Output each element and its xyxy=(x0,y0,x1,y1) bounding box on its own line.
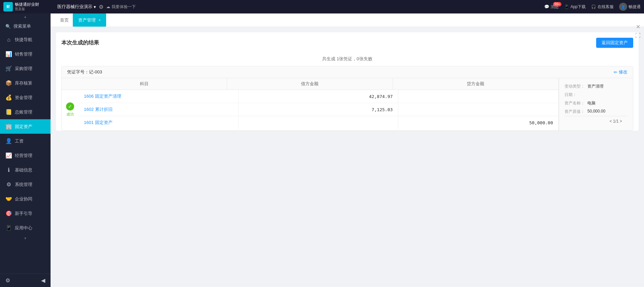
tab-close-icon[interactable]: × xyxy=(98,18,101,23)
pagination[interactable]: < 1/1 > xyxy=(564,116,627,126)
info-row-change-type: 变动类型： 资产清理 xyxy=(564,82,627,91)
result-panel: 本次生成的结果 返回固定资产 共生成 1张凭证，0张失败 凭证字号：记-003 … xyxy=(56,32,639,131)
sidebar-item-label: 快捷导航 xyxy=(15,37,32,43)
tab-active-label: 资产管理 xyxy=(78,17,96,23)
tab-asset-management[interactable]: 资产管理 × xyxy=(73,13,106,27)
purchase-icon: 🛒 xyxy=(5,65,12,72)
system-icon: ⚙ xyxy=(5,181,12,188)
table-row: 1606 固定资产清理 42,874.97 xyxy=(79,90,558,103)
expand-panel-button[interactable]: ⛶ xyxy=(635,32,641,39)
app-download-label: App下载 xyxy=(571,4,586,10)
avatar: 👤 xyxy=(619,3,627,11)
edit-label: 修改 xyxy=(619,69,627,75)
pagination-text: < 1/1 > xyxy=(610,119,622,124)
app-version: 普及版 xyxy=(15,7,39,11)
user-area[interactable]: 👤 畅捷通 xyxy=(619,3,641,11)
guide-icon: 🎯 xyxy=(5,210,12,217)
info-row-original-value: 资产原值： 50,000.00 xyxy=(564,107,627,116)
table-row: 1601 固定资产 50,000.00 xyxy=(79,116,558,129)
voucher-table: 科目 借方金额 贷方金额 ✓ 成功 xyxy=(62,78,559,130)
sidebar: ▲ 🔍 搜索菜单 ⌂ 快捷导航 📊 销售管理 🛒 采购管理 📦 库存核算 💰 资… xyxy=(0,13,51,287)
cell-credit-1 xyxy=(398,103,558,116)
original-value-value: 50,000.00 xyxy=(587,109,605,114)
enterprise-icon: 🤝 xyxy=(5,196,12,202)
building-icon: 🏢 xyxy=(5,123,12,130)
table-rows: 1606 固定资产清理 42,874.97 1602 累计折旧 7,125.03 xyxy=(79,90,558,129)
dropdown-icon: ▾ xyxy=(94,4,96,9)
sidebar-item-label: 系统管理 xyxy=(15,182,32,188)
ledger-icon: 📒 xyxy=(5,109,12,115)
sidebar-item-funds[interactable]: 💰 资金管理 xyxy=(0,90,51,105)
voucher-number: 凭证字号：记-003 xyxy=(67,69,102,75)
cell-subject-1[interactable]: 1602 累计折旧 xyxy=(79,103,239,116)
user-name: 畅捷通 xyxy=(628,4,641,10)
headset-icon: 🎧 xyxy=(591,4,596,9)
col-header-debit: 借方金额 xyxy=(227,78,393,90)
success-text: 成功 xyxy=(66,112,74,117)
salary-icon: 👤 xyxy=(5,138,12,144)
sidebar-item-enterprise[interactable]: 🤝 企业协同 xyxy=(0,192,51,206)
cell-credit-2: 50,000.00 xyxy=(398,116,558,129)
sidebar-item-operations[interactable]: 📈 经营管理 xyxy=(0,148,51,163)
panel-controls: ✕ ⛶ xyxy=(632,20,644,42)
header-right: 💬 消息 99+ 📱 App下载 🎧 在线客服 👤 畅捷通 xyxy=(544,3,641,11)
sidebar-item-salary[interactable]: 👤 工资 xyxy=(0,134,51,148)
edit-button[interactable]: ✏ 修改 xyxy=(614,69,627,75)
tab-home-label: 首页 xyxy=(60,17,69,23)
close-panel-button[interactable]: ✕ xyxy=(635,23,641,31)
col-header-subject: 科目 xyxy=(62,78,227,90)
message-button[interactable]: 💬 消息 99+ xyxy=(544,4,559,10)
message-icon: 💬 xyxy=(544,4,549,9)
sidebar-item-label: 销售管理 xyxy=(15,51,32,57)
summary-text: 共生成 1张凭证，0张失败 xyxy=(322,56,372,61)
tab-home[interactable]: 首页 xyxy=(56,13,73,27)
company-select-button[interactable]: 医疗器械行业演示 ▾ xyxy=(57,4,96,10)
bottom-settings-icon[interactable]: ⚙ xyxy=(5,277,10,284)
tab-bar: 首页 资产管理 × xyxy=(51,13,644,27)
logo-icon: 财 xyxy=(3,2,13,11)
info-icon: ℹ xyxy=(5,167,12,173)
cell-subject-0[interactable]: 1606 固定资产清理 xyxy=(79,90,239,103)
experience-label: 我要体验一下 xyxy=(112,4,136,10)
sidebar-item-label: 新手引导 xyxy=(15,211,32,217)
sidebar-item-ledger[interactable]: 📒 总账管理 xyxy=(0,105,51,119)
header-center: 医疗器械行业演示 ▾ ⚙ ☁ 我要体验一下 xyxy=(54,4,544,10)
sidebar-item-label: 企业协同 xyxy=(15,196,32,202)
cell-debit-0: 42,874.97 xyxy=(239,90,399,103)
sidebar-scroll-down[interactable]: ▼ xyxy=(0,235,51,242)
sidebar-item-quick-nav[interactable]: ⌂ 快捷导航 xyxy=(0,33,51,47)
sidebar-item-label: 固定资产 xyxy=(15,124,32,130)
cell-subject-2[interactable]: 1601 固定资产 xyxy=(79,116,239,129)
side-info-panel: 变动类型： 资产清理 日期： 资产名称： 电脑 xyxy=(559,78,633,130)
cloud-icon: ☁ xyxy=(106,4,110,9)
experience-button[interactable]: ☁ 我要体验一下 xyxy=(106,4,136,10)
sidebar-item-label: 库存核算 xyxy=(15,80,32,86)
table-row-container: ✓ 成功 1606 固定资产清理 42,874.97 xyxy=(62,90,558,129)
sidebar-search[interactable]: 🔍 搜索菜单 xyxy=(0,20,51,33)
sidebar-item-sales[interactable]: 📊 销售管理 xyxy=(0,47,51,61)
sidebar-item-label: 应用中心 xyxy=(15,225,32,231)
sidebar-item-inventory[interactable]: 📦 库存核算 xyxy=(0,76,51,90)
date-label: 日期： xyxy=(564,92,583,98)
customer-service-button[interactable]: 🎧 在线客服 xyxy=(591,4,614,10)
sidebar-item-system[interactable]: ⚙ 系统管理 xyxy=(0,177,51,192)
cell-debit-2 xyxy=(239,116,399,129)
sidebar-item-app-center[interactable]: 📱 应用中心 xyxy=(0,221,51,235)
success-indicator: ✓ 成功 xyxy=(62,90,79,129)
collapse-sidebar-icon[interactable]: ◀ xyxy=(41,277,45,284)
return-button[interactable]: 返回固定资产 xyxy=(596,38,633,48)
result-title: 本次生成的结果 xyxy=(61,39,99,46)
customer-service-label: 在线客服 xyxy=(597,4,614,10)
col-header-credit: 贷方金额 xyxy=(393,78,558,90)
sidebar-item-guide[interactable]: 🎯 新手引导 xyxy=(0,206,51,221)
sidebar-scroll-up[interactable]: ▲ xyxy=(0,13,51,20)
info-row-asset-name: 资产名称： 电脑 xyxy=(564,99,627,107)
sidebar-item-label: 采购管理 xyxy=(15,66,32,72)
app-download-button[interactable]: 📱 App下载 xyxy=(564,4,586,10)
success-circle: ✓ xyxy=(66,102,74,110)
edit-icon: ✏ xyxy=(614,70,617,75)
sidebar-item-fixed-assets[interactable]: 🏢 固定资产 xyxy=(0,119,51,134)
sidebar-item-purchase[interactable]: 🛒 采购管理 xyxy=(0,61,51,76)
sidebar-item-basic-info[interactable]: ℹ 基础信息 xyxy=(0,163,51,177)
settings-gear-button[interactable]: ⚙ xyxy=(99,4,103,10)
